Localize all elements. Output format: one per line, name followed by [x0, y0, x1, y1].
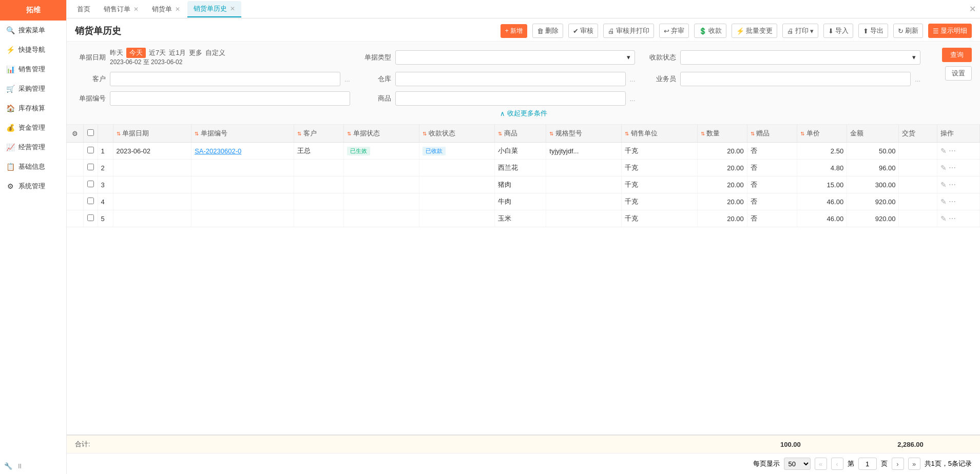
query-button[interactable]: 查询 [942, 48, 972, 62]
tab-sales-history[interactable]: 销货单历史 ✕ [187, 1, 241, 17]
tab-sales-goods[interactable]: 销货单 ✕ [146, 1, 186, 17]
tab-bar-close-all[interactable]: ✕ [969, 4, 976, 14]
new-button[interactable]: + 新增 [501, 24, 527, 38]
select-all-checkbox[interactable] [87, 129, 94, 136]
sort-icon: ⇅ [625, 131, 629, 136]
tab-sales-goods-close[interactable]: ✕ [175, 6, 180, 13]
edit-icon[interactable]: ✎ [940, 198, 947, 206]
date-shortcut-yesterday[interactable]: 昨天 [110, 48, 123, 57]
date-shortcut-1month[interactable]: 近1月 [169, 48, 186, 57]
tab-sales-history-close[interactable]: ✕ [230, 5, 235, 12]
row-unit-price: 2.50 [797, 143, 847, 160]
audit-button[interactable]: ✔ 审核 [568, 24, 598, 38]
payment-dropdown-icon: ▾ [912, 53, 916, 61]
sidebar-bottom-icon[interactable]: 🔧 [4, 462, 12, 470]
sidebar-item-capital-mgmt[interactable]: 💰 资金管理 [0, 118, 66, 137]
page-first-button[interactable]: « [815, 458, 827, 470]
row-checkbox[interactable] [83, 160, 98, 176]
settings-icon[interactable]: ⚙ [72, 130, 78, 137]
edit-icon[interactable]: ✎ [940, 214, 947, 223]
summary-amount: 2,286.00 [897, 441, 924, 448]
col-spec[interactable]: ⇅ 规格型号 [546, 125, 622, 143]
sidebar-item-purchase-mgmt[interactable]: 🛒 采购管理 [0, 79, 66, 98]
row-checkbox[interactable] [83, 193, 98, 210]
more-icon[interactable]: ⋯ [949, 198, 956, 206]
row-checkbox[interactable] [83, 143, 98, 160]
batch-change-button[interactable]: ⚡ 批量变更 [732, 24, 777, 38]
sidebar-item-ops-mgmt[interactable]: 📈 经营管理 [0, 137, 66, 157]
date-shortcut-7days[interactable]: 近7天 [149, 48, 166, 57]
date-shortcut-custom[interactable]: 自定义 [205, 48, 225, 57]
col-goods[interactable]: ⇅ 商品 [495, 125, 546, 143]
staff-input[interactable] [680, 72, 911, 86]
col-unit[interactable]: ⇅ 销售单位 [622, 125, 697, 143]
staff-dots[interactable]: ... [915, 75, 920, 83]
row-checkbox[interactable] [83, 176, 98, 193]
warehouse-input[interactable] [395, 72, 626, 86]
col-doc-date[interactable]: ⇅ 单据日期 [113, 125, 191, 143]
import-button[interactable]: ⬇ 导入 [823, 24, 853, 38]
customer-label: 客户 [75, 74, 106, 84]
col-qty[interactable]: ⇅ 数量 [697, 125, 747, 143]
type-select[interactable]: ▾ [395, 50, 636, 65]
sidebar-item-sales-mgmt[interactable]: 📊 销售管理 [0, 60, 66, 79]
sidebar-item-inventory[interactable]: 🏠 库存核算 [0, 98, 66, 118]
per-page-select[interactable]: 50 10 20 100 [784, 458, 811, 470]
warehouse-dots[interactable]: ... [630, 75, 636, 83]
setting-button[interactable]: 设置 [945, 66, 972, 81]
audit-print-button[interactable]: 🖨 审核并打印 [603, 24, 654, 38]
col-doc-no[interactable]: ⇅ 单据编号 [191, 125, 294, 143]
col-customer[interactable]: ⇅ 客户 [294, 125, 343, 143]
edit-icon[interactable]: ✎ [940, 181, 947, 189]
sidebar-item-basic-info[interactable]: 📋 基础信息 [0, 157, 66, 176]
abandon-button[interactable]: ↩ 弃审 [659, 24, 689, 38]
more-icon[interactable]: ⋯ [949, 164, 956, 172]
chart-icon: 📊 [6, 65, 14, 73]
col-unit-price[interactable]: ⇅ 单价 [797, 125, 847, 143]
more-icon[interactable]: ⋯ [949, 147, 956, 155]
col-doc-status[interactable]: ⇅ 单据状态 [344, 125, 419, 143]
more-icon[interactable]: ⋯ [949, 214, 956, 223]
print-button[interactable]: 🖨 打印 ▾ [782, 24, 818, 38]
row-unit: 千克 [622, 193, 697, 210]
page-input[interactable] [858, 458, 877, 470]
refresh-button[interactable]: ↻ 刷新 [893, 24, 923, 38]
goods-input[interactable] [395, 91, 626, 106]
sidebar-item-quick-nav[interactable]: ⚡ 快捷导航 [0, 40, 66, 60]
customer-dots[interactable]: ... [344, 75, 350, 83]
page-last-button[interactable]: » [908, 458, 920, 470]
edit-icon[interactable]: ✎ [940, 164, 947, 172]
sort-icon: ⇅ [347, 131, 351, 136]
collapse-button[interactable]: ∧ 收起更多条件 [75, 109, 972, 118]
page-next-button[interactable]: › [892, 458, 904, 470]
sidebar-item-sys-mgmt[interactable]: ⚙ 系统管理 [0, 176, 66, 196]
page-header: 销货单历史 + 新增 🗑 删除 ✔ 审核 🖨 审核并打印 ↩ 弃审 [67, 18, 980, 42]
row-checkbox[interactable] [83, 210, 98, 227]
payment-select[interactable]: ▾ [680, 50, 920, 65]
doc-no-input[interactable] [110, 91, 350, 106]
sidebar-item-search-menu[interactable]: 🔍 搜索菜单 [0, 21, 66, 40]
row-amount: 300.00 [847, 176, 899, 193]
show-detail-button[interactable]: ☰ 显示明细 [928, 24, 972, 38]
tab-sales-order-close[interactable]: ✕ [133, 6, 139, 13]
col-gift[interactable]: ⇅ 赠品 [747, 125, 797, 143]
detail-icon: ☰ [933, 27, 939, 35]
tab-home[interactable]: 首页 [71, 1, 97, 17]
filter-doc-no: 单据编号 [75, 91, 350, 106]
tab-sales-order[interactable]: 销售订单 ✕ [98, 1, 145, 17]
date-shortcut-today[interactable]: 今天 [126, 48, 146, 58]
customer-input[interactable] [110, 72, 340, 86]
list-icon: 📋 [6, 163, 14, 171]
filter-customer: 客户 ... [75, 72, 350, 86]
col-payment-status[interactable]: ⇅ 收款状态 [419, 125, 495, 143]
date-shortcut-more[interactable]: 更多 [189, 48, 202, 57]
lightning-icon: ⚡ [6, 46, 14, 54]
edit-icon[interactable]: ✎ [940, 147, 947, 155]
page-prev-button[interactable]: ‹ [831, 458, 843, 470]
export-button[interactable]: ⬆ 导出 [858, 24, 888, 38]
sidebar-collapse-icon[interactable]: ⏸ [16, 462, 23, 470]
collect-button[interactable]: 💲 收款 [694, 24, 726, 38]
goods-dots[interactable]: ... [630, 95, 636, 103]
more-icon[interactable]: ⋯ [949, 181, 956, 189]
delete-button[interactable]: 🗑 删除 [532, 24, 563, 38]
